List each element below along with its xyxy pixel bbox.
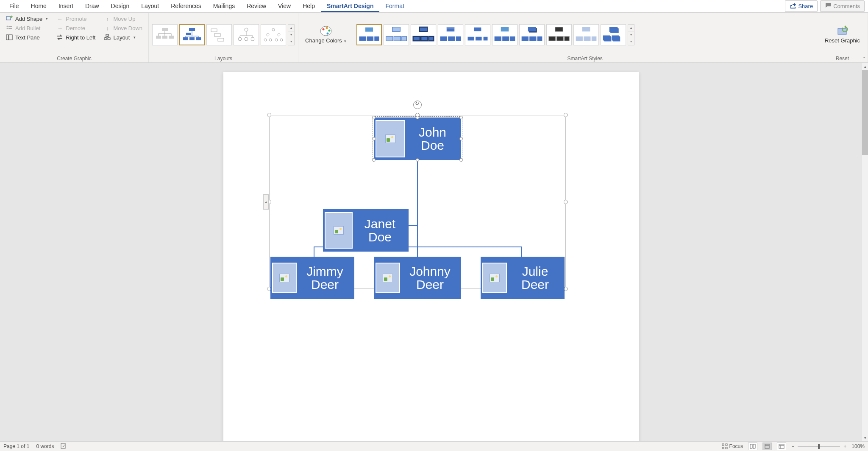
svg-rect-18 (196, 37, 201, 40)
picture-placeholder[interactable] (376, 120, 405, 157)
smartart-node-root[interactable]: John Doe (374, 118, 461, 160)
print-layout-button[interactable] (762, 443, 772, 450)
gallery-scroll-up[interactable]: ▴ (628, 25, 634, 31)
picture-placeholder[interactable] (376, 263, 400, 293)
comments-button[interactable]: Comments (820, 0, 865, 12)
move-up-button[interactable]: ↑ Move Up (101, 14, 145, 23)
zoom-slider-thumb[interactable] (818, 444, 820, 449)
reset-graphic-button[interactable]: Reset Graphic (821, 14, 864, 55)
web-layout-button[interactable] (777, 443, 786, 450)
resize-handle[interactable] (564, 113, 568, 117)
tab-draw[interactable]: Draw (79, 0, 105, 12)
zoom-level[interactable]: 100% (851, 443, 865, 449)
gallery-more[interactable]: ▾ (628, 38, 634, 45)
gallery-more[interactable]: ▾ (288, 38, 294, 45)
tab-design[interactable]: Design (105, 0, 136, 12)
picture-placeholder[interactable] (272, 263, 297, 293)
tab-references[interactable]: References (165, 0, 207, 12)
style-option-9[interactable] (573, 24, 599, 45)
tab-file[interactable]: File (3, 0, 25, 12)
svg-rect-70 (557, 36, 564, 41)
style-option-5[interactable] (465, 24, 490, 45)
node-text[interactable]: Janet Doe (355, 217, 407, 244)
picture-placeholder[interactable] (325, 212, 353, 249)
style-option-8[interactable] (546, 24, 572, 45)
change-colors-button[interactable]: Change Colors ▾ (302, 14, 350, 55)
tab-review[interactable]: Review (241, 0, 272, 12)
layout-dropdown[interactable]: Layout ▾ (101, 33, 145, 42)
tab-mailings[interactable]: Mailings (207, 0, 241, 12)
add-bullet-button[interactable]: Add Bullet (3, 24, 50, 32)
node-text[interactable]: Jimmy Deer (299, 265, 353, 291)
scroll-down-button[interactable]: ▾ (862, 434, 868, 441)
svg-point-29 (264, 39, 267, 41)
gallery-scroll-down[interactable]: ▾ (288, 31, 294, 38)
move-down-button[interactable]: ↓ Move Down (101, 24, 145, 32)
gallery-scroll-up[interactable]: ▴ (288, 25, 294, 31)
node-resize-handle[interactable] (459, 158, 463, 162)
style-option-3[interactable] (411, 24, 436, 45)
node-resize-handle[interactable] (416, 116, 419, 119)
gallery-scroll-down[interactable]: ▾ (628, 31, 634, 38)
collapse-ribbon-button[interactable]: ˄ (863, 56, 865, 62)
tab-view[interactable]: View (272, 0, 297, 12)
style-option-10[interactable] (601, 24, 626, 45)
resize-handle[interactable] (564, 200, 568, 204)
tab-layout[interactable]: Layout (135, 0, 165, 12)
tab-help[interactable]: Help (297, 0, 321, 12)
svg-point-26 (272, 28, 275, 31)
node-resize-handle[interactable] (459, 137, 463, 140)
text-pane-button[interactable]: Text Pane (3, 33, 50, 42)
node-text[interactable]: Julie Deer (509, 265, 563, 291)
right-to-left-button[interactable]: Right to Left (54, 33, 98, 42)
scroll-thumb[interactable] (862, 70, 868, 155)
smartart-node-assistant[interactable]: Janet Doe (323, 209, 409, 252)
layout-option-1[interactable] (152, 24, 178, 45)
node-text[interactable]: Johnny Deer (403, 265, 459, 291)
group-reset: Reset Graphic Reset (817, 13, 868, 62)
zoom-slider-track[interactable] (798, 446, 840, 447)
read-mode-button[interactable] (748, 443, 757, 450)
zoom-out-button[interactable]: − (791, 443, 794, 449)
node-resize-handle[interactable] (372, 116, 376, 119)
share-icon (790, 2, 796, 10)
style-option-7[interactable] (519, 24, 545, 45)
node-resize-handle[interactable] (372, 158, 376, 162)
page-indicator[interactable]: Page 1 of 1 (3, 443, 29, 449)
share-button[interactable]: Share (785, 0, 818, 12)
spell-check-icon[interactable] (61, 443, 67, 450)
word-count[interactable]: 0 words (36, 443, 54, 449)
tab-insert[interactable]: Insert (53, 0, 79, 12)
tab-home[interactable]: Home (25, 0, 53, 12)
smartart-node-child[interactable]: Johnny Deer (374, 257, 461, 299)
text-pane-toggle[interactable]: ◂ (263, 194, 269, 210)
scroll-up-button[interactable]: ▴ (862, 63, 868, 70)
svg-rect-21 (218, 38, 224, 41)
node-resize-handle[interactable] (372, 137, 376, 140)
demote-button[interactable]: → Demote (54, 24, 98, 32)
tab-smartart-design[interactable]: SmartArt Design (321, 0, 379, 12)
node-text[interactable]: John Doe (408, 126, 459, 152)
picture-placeholder[interactable] (482, 263, 507, 293)
layout-option-5[interactable] (261, 24, 286, 45)
layout-option-4[interactable] (234, 24, 259, 45)
tab-format[interactable]: Format (379, 0, 410, 12)
resize-handle[interactable] (267, 113, 271, 117)
style-option-1[interactable] (356, 24, 382, 45)
add-shape-button[interactable]: Add Shape ▾ (3, 14, 50, 23)
smartart-node-child[interactable]: Julie Deer (481, 257, 565, 299)
node-resize-handle[interactable] (416, 158, 419, 162)
layout-option-3[interactable] (206, 24, 232, 45)
layout-option-2[interactable] (179, 24, 205, 45)
promote-button[interactable]: ← Promote (54, 14, 98, 23)
smartart-graphic[interactable]: ◂ John Doe (269, 115, 566, 289)
style-option-2[interactable] (384, 24, 409, 45)
vertical-scrollbar[interactable]: ▴ ▾ (862, 63, 868, 441)
node-resize-handle[interactable] (459, 116, 463, 119)
rotate-handle[interactable] (413, 101, 422, 109)
style-option-6[interactable] (492, 24, 517, 45)
zoom-in-button[interactable]: + (843, 443, 846, 449)
style-option-4[interactable] (438, 24, 463, 45)
smartart-node-child[interactable]: Jimmy Deer (270, 257, 354, 299)
focus-mode-button[interactable]: Focus (722, 443, 743, 449)
